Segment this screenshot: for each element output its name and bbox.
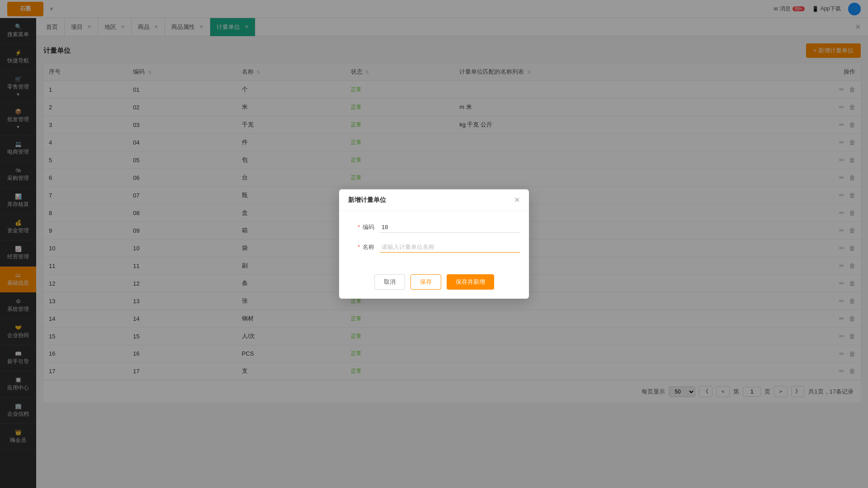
modal-add-unit: 新增计量单位 ✕ * 编码 * 名称 取消 保存 保存并新增 [339,189,529,299]
name-label-text: 名称 [363,244,374,250]
modal-footer: 取消 保存 保存并新增 [339,269,529,299]
cancel-button[interactable]: 取消 [374,274,405,290]
form-label-name: * 名称 [348,243,380,251]
required-star-code: * [358,224,360,230]
form-label-code: * 编码 [348,223,380,231]
save-new-button[interactable]: 保存并新增 [447,274,494,290]
required-star-name: * [358,244,360,250]
modal-overlay[interactable]: 新增计量单位 ✕ * 编码 * 名称 取消 保存 保存并新增 [0,0,868,488]
modal-body: * 编码 * 名称 [339,211,529,269]
form-row-code: * 编码 [348,222,520,233]
name-input[interactable] [380,242,520,253]
modal-header: 新增计量单位 ✕ [339,189,529,211]
code-input[interactable] [380,222,520,233]
form-row-name: * 名称 [348,242,520,253]
modal-title: 新增计量单位 [348,196,386,204]
code-label-text: 编码 [363,224,374,230]
modal-close-btn[interactable]: ✕ [514,196,520,204]
save-button[interactable]: 保存 [410,274,441,290]
